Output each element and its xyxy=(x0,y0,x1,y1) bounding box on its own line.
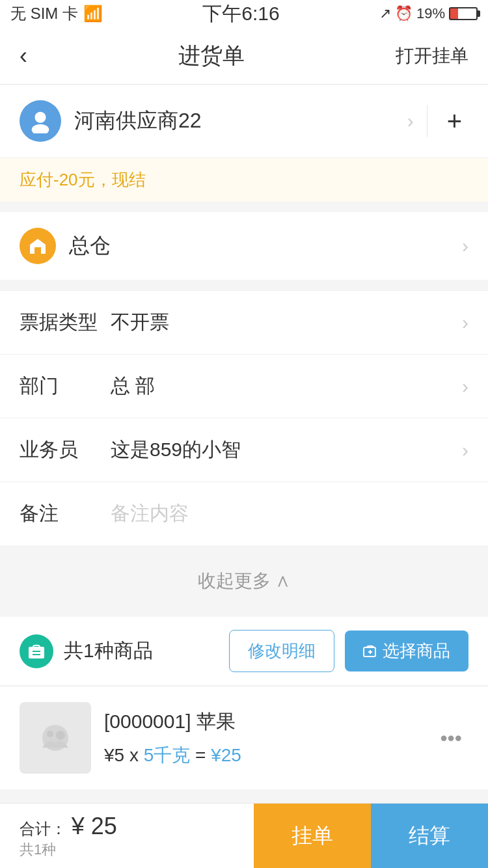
product-code: [0000001] xyxy=(104,711,191,732)
status-bar: 无 SIM 卡 📶 下午6:16 ↗ ⏰ 19% xyxy=(0,0,488,27)
remark-row[interactable]: 备注 备注内容 xyxy=(0,481,488,545)
staff-label: 业务员 xyxy=(20,437,111,463)
nav-bar: ‹ 进货单 打开挂单 xyxy=(0,27,488,85)
staff-value: 这是859的小智 xyxy=(111,437,455,463)
checkout-button[interactable]: 结算 xyxy=(371,804,488,868)
add-supplier-button[interactable]: + xyxy=(441,107,468,136)
total-count: 共1种 xyxy=(20,840,234,860)
location-icon: ↗ xyxy=(379,5,391,22)
staff-row[interactable]: 业务员 这是859的小智 › xyxy=(0,418,488,481)
invoice-type-row[interactable]: 票据类型 不开票 › xyxy=(0,290,488,354)
wifi-icon: 📶 xyxy=(83,5,103,23)
product-title: 苹果 xyxy=(197,711,236,732)
alarm-icon: ⏰ xyxy=(395,5,413,22)
unit-price: ¥5 xyxy=(104,745,124,765)
svg-rect-3 xyxy=(29,647,44,658)
battery-label: 19% xyxy=(416,5,445,22)
dept-chevron-icon: › xyxy=(462,375,468,398)
back-button[interactable]: ‹ xyxy=(20,42,27,70)
open-hang-button[interactable]: 打开挂单 xyxy=(396,44,468,68)
collapse-button[interactable]: 收起更多 ∧ xyxy=(0,556,488,606)
bottom-bar: 合计： ¥ 25 共1种 挂单 结算 xyxy=(0,803,488,868)
sim-label: 无 SIM 卡 xyxy=(10,3,78,24)
divider xyxy=(427,105,427,137)
remark-input[interactable]: 备注内容 xyxy=(111,500,468,527)
battery-icon xyxy=(449,7,478,20)
product-thumbnail xyxy=(20,702,91,774)
dept-label: 部门 xyxy=(20,373,111,400)
invoice-type-label: 票据类型 xyxy=(20,309,111,336)
product-section: 共1种商品 修改明细 选择商品 [0000001] 苹果 xyxy=(0,617,488,789)
status-left: 无 SIM 卡 📶 xyxy=(10,3,103,24)
total-label: 合计： xyxy=(20,820,66,837)
form-section: 票据类型 不开票 › 部门 总 部 › 业务员 这是859的小智 › 备注 备注… xyxy=(0,290,488,545)
svg-point-0 xyxy=(34,112,46,123)
svg-rect-2 xyxy=(34,247,41,254)
supplier-section: 河南供应商22 › + 应付-20元，现结 xyxy=(0,85,488,202)
product-count-icon xyxy=(20,634,53,668)
total-row: 合计： ¥ 25 xyxy=(20,813,234,840)
svg-point-10 xyxy=(47,731,53,737)
svg-point-1 xyxy=(32,124,49,133)
status-right: ↗ ⏰ 19% xyxy=(379,5,478,22)
invoice-chevron-icon: › xyxy=(462,312,468,334)
product-more-button[interactable]: ••• xyxy=(433,720,468,757)
edit-detail-button[interactable]: 修改明细 xyxy=(229,630,334,672)
supplier-row[interactable]: 河南供应商22 › + xyxy=(0,85,488,158)
product-info: [0000001] 苹果 ¥5 x 5千克 = ¥25 xyxy=(104,709,433,768)
select-product-button[interactable]: 选择商品 xyxy=(345,631,468,671)
cart-icon xyxy=(363,644,377,658)
select-product-label: 选择商品 xyxy=(383,640,450,662)
product-qty: 5千克 xyxy=(144,745,191,765)
supplier-chevron-icon: › xyxy=(407,110,414,132)
total-amount: ¥ 25 xyxy=(72,813,117,839)
remark-label: 备注 xyxy=(20,500,111,527)
total-section: 合计： ¥ 25 共1种 xyxy=(0,813,254,860)
supplier-avatar xyxy=(20,100,61,142)
product-header: 共1种商品 修改明细 选择商品 xyxy=(0,617,488,686)
hang-button[interactable]: 挂单 xyxy=(254,804,371,868)
svg-point-11 xyxy=(56,731,65,740)
warehouse-row[interactable]: 总仓 › xyxy=(0,212,488,280)
supplier-name: 河南供应商22 xyxy=(74,107,401,135)
supplier-notice: 应付-20元，现结 xyxy=(0,158,488,202)
product-price: ¥5 x 5千克 = ¥25 xyxy=(104,743,433,768)
dept-row[interactable]: 部门 总 部 › xyxy=(0,354,488,418)
product-item: [0000001] 苹果 ¥5 x 5千克 = ¥25 ••• xyxy=(0,686,488,789)
staff-chevron-icon: › xyxy=(462,439,468,461)
product-name: [0000001] 苹果 xyxy=(104,709,433,735)
warehouse-icon xyxy=(20,228,56,264)
warehouse-name: 总仓 xyxy=(69,232,455,260)
page-title: 进货单 xyxy=(178,41,245,71)
product-count: 共1种商品 xyxy=(64,638,229,664)
time-label: 下午6:16 xyxy=(202,1,279,27)
invoice-type-value: 不开票 xyxy=(111,309,455,336)
warehouse-section: 总仓 › xyxy=(0,212,488,280)
warehouse-chevron-icon: › xyxy=(462,235,468,257)
dept-value: 总 部 xyxy=(111,373,455,400)
product-total: ¥25 xyxy=(211,745,241,765)
